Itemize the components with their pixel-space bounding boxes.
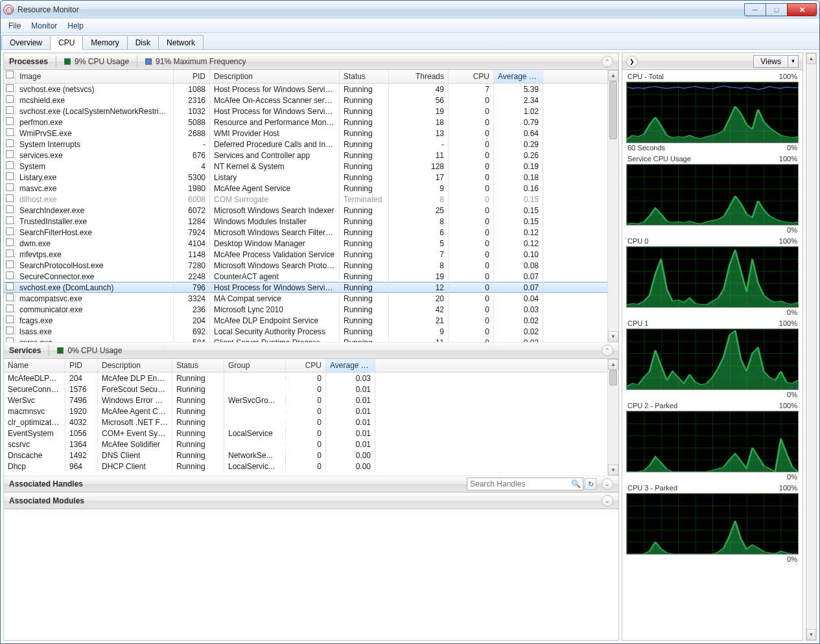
row-checkbox[interactable]	[6, 205, 14, 213]
views-button[interactable]: Views	[753, 55, 788, 68]
row-checkbox[interactable]	[6, 150, 14, 158]
table-row[interactable]: mcshield.exe2316McAfee On-Access Scanner…	[4, 95, 607, 106]
table-row[interactable]: EventSystem1056COM+ Event SystemRunningL…	[4, 428, 607, 439]
row-checkbox[interactable]	[6, 128, 14, 136]
row-checkbox[interactable]	[6, 327, 14, 334]
processes-header[interactable]: Processes 9% CPU Usage 91% Maximum Frequ…	[4, 53, 618, 70]
tab-memory[interactable]: Memory	[82, 35, 127, 49]
table-row[interactable]: SearchFilterHost.exe7924Microsoft Window…	[4, 227, 607, 238]
minimize-button[interactable]: ─	[744, 3, 766, 16]
tab-network[interactable]: Network	[158, 35, 204, 49]
table-row[interactable]: fcags.exe204McAfee DLP Endpoint ServiceR…	[4, 315, 607, 326]
table-row[interactable]: SecureConnector.exe2248CounterACT agentR…	[4, 271, 607, 282]
table-row[interactable]: dllhost.exe6008COM SurrogateTerminated80…	[4, 194, 607, 205]
col-header[interactable]: Status	[172, 359, 224, 372]
col-header[interactable]: Description	[98, 359, 172, 372]
row-checkbox[interactable]	[6, 305, 14, 312]
tab-cpu[interactable]: CPU	[50, 35, 83, 50]
row-checkbox[interactable]	[6, 282, 14, 290]
collapse-services-icon[interactable]: ⌃	[602, 345, 613, 356]
row-checkbox[interactable]	[6, 84, 14, 92]
table-row[interactable]: svchost.exe (DcomLaunch)796Host Process …	[4, 282, 607, 293]
refresh-handles-icon[interactable]: ↻	[585, 478, 596, 490]
row-checkbox[interactable]	[6, 95, 14, 103]
tab-overview[interactable]: Overview	[1, 35, 51, 49]
row-checkbox[interactable]	[6, 293, 14, 301]
row-checkbox[interactable]	[6, 216, 14, 224]
table-row[interactable]: System Interrupts-Deferred Procedure Cal…	[4, 139, 607, 150]
row-checkbox[interactable]	[6, 338, 14, 342]
maximize-button[interactable]: □	[766, 3, 788, 16]
col-header[interactable]: PID	[65, 359, 98, 372]
collapse-charts-icon[interactable]: ❯	[626, 56, 638, 67]
menu-help[interactable]: Help	[62, 20, 89, 32]
row-checkbox[interactable]	[6, 260, 14, 268]
row-checkbox[interactable]	[6, 106, 14, 114]
col-header[interactable]: CPU	[449, 70, 494, 83]
table-row[interactable]: SearchIndexer.exe6072Microsoft Windows S…	[4, 205, 607, 216]
row-checkbox[interactable]	[6, 194, 14, 202]
table-row[interactable]: Dhcp964DHCP ClientRunningLocalServic...0…	[4, 461, 607, 472]
row-checkbox[interactable]	[6, 249, 14, 257]
row-checkbox[interactable]	[6, 161, 14, 169]
collapse-processes-icon[interactable]: ⌃	[602, 56, 613, 67]
row-checkbox[interactable]	[6, 172, 14, 180]
table-row[interactable]: macmnsvc1920McAfee Agent Co...Running00.…	[4, 406, 607, 417]
col-header[interactable]: Status	[340, 70, 389, 83]
table-row[interactable]: svchost.exe (LocalSystemNetworkRestricte…	[4, 106, 607, 117]
views-dropdown-icon[interactable]: ▼	[788, 55, 799, 68]
tab-disk[interactable]: Disk	[127, 35, 159, 49]
col-header[interactable]: Description	[210, 70, 340, 83]
table-row[interactable]: SecureConnector1576ForeScout SecureC...R…	[4, 384, 607, 395]
table-row[interactable]: WmiPrvSE.exe2688WMI Provider HostRunning…	[4, 128, 607, 139]
handles-header[interactable]: Associated Handles 🔍 ↻ ⌄	[4, 476, 618, 492]
menu-file[interactable]: File	[3, 20, 26, 32]
col-header[interactable]: CPU	[286, 359, 326, 372]
header-checkbox[interactable]	[4, 70, 16, 83]
col-header[interactable]: Threads	[389, 70, 449, 83]
table-row[interactable]: McAfeeDLPAge...204McAfee DLP Endpo...Run…	[4, 373, 607, 384]
row-checkbox[interactable]	[6, 183, 14, 191]
table-row[interactable]: WerSvc7496Windows Error Re...RunningWerS…	[4, 395, 607, 406]
table-row[interactable]: mfevtps.exe1148McAfee Process Validation…	[4, 249, 607, 260]
row-checkbox[interactable]	[6, 271, 14, 279]
col-header[interactable]: PID	[174, 70, 210, 83]
table-row[interactable]: System4NT Kernel & SystemRunning12800.19	[4, 161, 607, 172]
services-header[interactable]: Services 0% CPU Usage ⌃	[4, 342, 618, 359]
modules-header[interactable]: Associated Modules ⌄	[4, 492, 618, 509]
close-button[interactable]: ✕	[787, 3, 817, 16]
table-row[interactable]: csrss.exe584Client Server Runtime Proces…	[4, 337, 607, 342]
collapse-modules-icon[interactable]: ⌄	[602, 495, 613, 507]
row-checkbox[interactable]	[6, 139, 14, 147]
services-scrollbar[interactable]: ▲ ▼	[607, 359, 618, 476]
row-checkbox[interactable]	[6, 227, 14, 235]
services-table[interactable]: NamePIDDescriptionStatusGroupCPUAverage …	[4, 359, 607, 476]
rightpane-scrollbar[interactable]: ▲ ▼	[806, 52, 817, 641]
menu-monitor[interactable]: Monitor	[26, 20, 62, 32]
col-header[interactable]: Name	[4, 359, 65, 372]
row-checkbox[interactable]	[6, 117, 14, 125]
table-row[interactable]: perfmon.exe5088Resource and Performance …	[4, 117, 607, 128]
table-row[interactable]: communicator.exe236Microsoft Lync 2010Ru…	[4, 304, 607, 315]
col-header[interactable]: Group	[224, 359, 286, 372]
table-row[interactable]: masvc.exe1980McAfee Agent ServiceRunning…	[4, 183, 607, 194]
col-header[interactable]: Average CPU	[326, 359, 375, 372]
row-checkbox[interactable]	[6, 316, 14, 323]
table-row[interactable]: dwm.exe4104Desktop Window ManagerRunning…	[4, 238, 607, 249]
table-row[interactable]: Listary.exe5300ListaryRunning1700.18	[4, 172, 607, 183]
search-handles-input[interactable]	[467, 477, 583, 490]
table-row[interactable]: Dnscache1492DNS ClientRunningNetworkSe..…	[4, 450, 607, 461]
titlebar[interactable]: Resource Monitor ─ □ ✕	[1, 1, 819, 19]
table-row[interactable]: lsass.exe692Local Security Authority Pro…	[4, 326, 607, 337]
table-row[interactable]: scsrvc1364McAfee SolidifierRunning00.01	[4, 439, 607, 450]
table-row[interactable]: services.exe676Services and Controller a…	[4, 150, 607, 161]
processes-table[interactable]: ImagePIDDescriptionStatusThreadsCPUAvera…	[4, 70, 607, 342]
table-row[interactable]: TrustedInstaller.exe1284Windows Modules …	[4, 216, 607, 227]
table-row[interactable]: macompatsvc.exe3324MA Compat serviceRunn…	[4, 293, 607, 304]
col-header[interactable]: Average CPU	[494, 70, 543, 83]
row-checkbox[interactable]	[6, 238, 14, 246]
table-row[interactable]: SearchProtocolHost.exe7280Microsoft Wind…	[4, 260, 607, 271]
processes-scrollbar[interactable]: ▲ ▼	[607, 70, 618, 342]
table-row[interactable]: clr_optimizatio...4032Microsoft .NET Fra…	[4, 417, 607, 428]
collapse-handles-icon[interactable]: ⌄	[602, 478, 613, 490]
